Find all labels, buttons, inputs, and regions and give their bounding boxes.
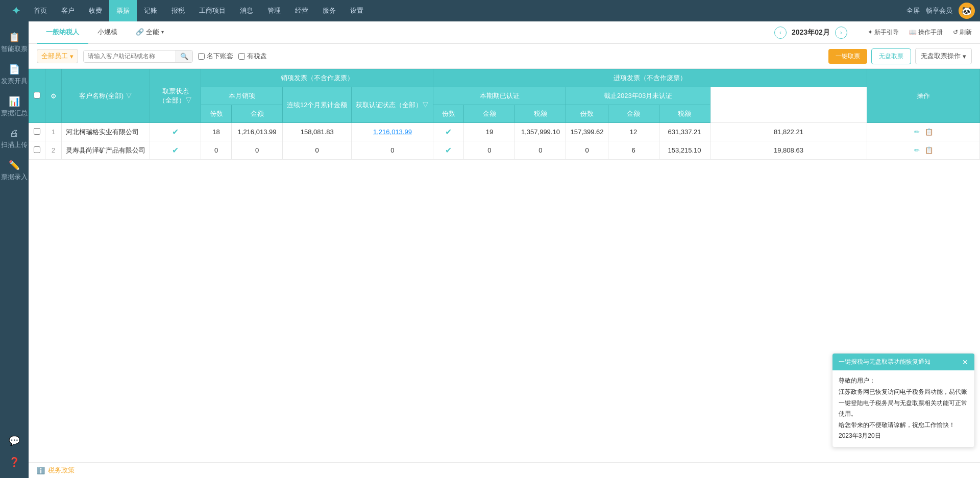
period-next-btn[interactable]: ›: [835, 27, 847, 39]
checkbox-account-input[interactable]: [198, 53, 205, 60]
nav-operate[interactable]: 经营: [288, 0, 315, 21]
nav-fee[interactable]: 收费: [82, 0, 109, 21]
sidebar-item-scan-upload[interactable]: 🖨 扫描上传: [0, 123, 29, 155]
nav-customer[interactable]: 客户: [54, 0, 82, 21]
app-logo: ✦: [5, 0, 27, 21]
row-fetch-status: ✔: [150, 123, 201, 141]
notification-close-btn[interactable]: ✕: [962, 358, 968, 366]
invoice-summary-icon: 📊: [9, 96, 20, 107]
employee-select[interactable]: 全部员工 ▾: [37, 49, 78, 63]
toolbar: 全部员工 ▾ 🔍 名下账套 有税盘 一键取票 无盘取票 无盘取票操作 ▾: [29, 44, 980, 69]
help-icon: ❓: [9, 457, 20, 468]
period-text: 2023年02月: [792, 28, 830, 37]
row-sales-amount: 0: [232, 141, 283, 160]
row-uncert-amount: 631,337.21: [659, 123, 710, 141]
checkbox-tax-disk[interactable]: 有税盘: [238, 52, 267, 61]
user-avatar[interactable]: 🐼: [959, 3, 975, 19]
search-box: 🔍: [83, 50, 193, 63]
nav-invoice[interactable]: 票据: [109, 0, 137, 21]
sidebar-item-invoice-entry[interactable]: ✏️ 票据录入: [0, 155, 29, 187]
row-checkbox[interactable]: [29, 141, 45, 160]
col-period-cert: 本期期已认证: [433, 87, 566, 105]
row-actions: ✏ 📋: [867, 141, 980, 160]
row-customer-name: 河北柯瑞格实业有限公司: [62, 123, 150, 141]
sidebar-label-invoice-entry: 票据录入: [1, 172, 28, 182]
table-row: 2灵寿县尚泽矿产品有限公司✔0000✔0006153,215.1019,808.…: [29, 141, 980, 160]
period-prev-btn[interactable]: ‹: [774, 27, 787, 39]
sidebar-item-help[interactable]: ❓: [0, 451, 29, 473]
checkbox-tax-disk-input[interactable]: [238, 53, 245, 60]
sidebar-item-smart-fetch[interactable]: 📋 智能取票: [0, 27, 29, 59]
search-input[interactable]: [84, 51, 176, 62]
nav-bookkeeping[interactable]: 记账: [137, 0, 164, 21]
row-cert-tax: 0: [566, 141, 608, 160]
dropdown-arrow-icon: ▾: [963, 53, 966, 60]
col-uncert-count: 份数: [566, 105, 608, 123]
edit-icon[interactable]: ✏: [914, 146, 920, 154]
footer: ℹ️ 税务政策: [29, 462, 980, 478]
col-operation: 操作: [867, 69, 980, 123]
col-customer-name: 客户名称(全部) ▽: [62, 69, 150, 123]
fullscreen-btn[interactable]: 全屏: [906, 6, 920, 15]
view-icon[interactable]: 📋: [925, 128, 933, 136]
col-cert-tax: 税额: [515, 105, 566, 123]
nav-business[interactable]: 工商项目: [192, 0, 233, 21]
col-sales-amount: 金额: [232, 105, 283, 123]
scan-upload-icon: 🖨: [10, 128, 19, 139]
row-checkbox[interactable]: [29, 123, 45, 141]
row-cert-tax: 157,399.62: [566, 123, 608, 141]
row-num: 1: [45, 123, 62, 141]
nav-service[interactable]: 服务: [315, 0, 343, 21]
cert-status-icon: ✔: [445, 128, 452, 136]
row-sales-count: 0: [201, 141, 232, 160]
footer-tax-policy[interactable]: 税务政策: [48, 466, 75, 475]
row-uncert-count: 12: [608, 123, 659, 141]
no-disk-ops-btn[interactable]: 无盘取票操作 ▾: [915, 48, 972, 64]
nav-settings[interactable]: 设置: [343, 0, 371, 21]
notification-header: 一键报税与无盘取票功能恢复通知 ✕: [832, 354, 974, 370]
sidebar-label-invoice-summary: 票据汇总: [1, 109, 28, 118]
col-cumulative: 连续12个月累计金额: [283, 87, 352, 123]
manual-btn[interactable]: 📖 操作手册: [909, 29, 943, 36]
row-cumulative[interactable]: 1,216,013.99: [352, 123, 433, 141]
fetch-status-icon: ✔: [172, 128, 179, 136]
row-uncert-count: 6: [608, 141, 659, 160]
new-guide-btn[interactable]: ✦ 新手引导: [868, 29, 899, 36]
tab-small-scale[interactable]: 小规模: [88, 21, 127, 44]
sidebar: 📋 智能取票 📄 发票开具 📊 票据汇总 🖨 扫描上传 ✏️ 票据录入 💬 ❓: [0, 21, 29, 478]
edit-icon[interactable]: ✏: [914, 128, 920, 136]
employee-select-arrow: ▾: [70, 53, 74, 60]
one-key-fetch-btn[interactable]: 一键取票: [828, 49, 867, 64]
sidebar-item-invoice-open[interactable]: 📄 发票开具: [0, 59, 29, 91]
nav-right: 全屏 畅享会员 🐼: [906, 3, 975, 19]
checkbox-account[interactable]: 名下账套: [198, 52, 233, 61]
sidebar-label-smart-fetch: 智能取票: [1, 44, 28, 54]
col-cert-count: 份数: [433, 105, 464, 123]
search-button[interactable]: 🔍: [176, 51, 192, 62]
sidebar-item-chat[interactable]: 💬: [0, 430, 29, 451]
nav-home[interactable]: 首页: [27, 0, 54, 21]
nav-tax[interactable]: 报税: [164, 0, 192, 21]
tab-all[interactable]: 🔗全能 ▾: [127, 21, 173, 44]
notification-popup: 一键报税与无盘取票功能恢复通知 ✕ 尊敬的用户：江苏政务网已恢复访问电子税务局功…: [832, 353, 975, 447]
col-purchase-invoice-group: 进项发票（不含作废票）: [433, 69, 867, 87]
refresh-btn[interactable]: ↺ 刷新: [953, 29, 972, 36]
nav-manage[interactable]: 管理: [260, 0, 288, 21]
sidebar-item-invoice-summary[interactable]: 📊 票据汇总: [0, 91, 29, 123]
row-cert-status: ✔: [433, 123, 464, 141]
row-uncert-tax: 81,822.21: [710, 123, 867, 141]
link-icon: 🔗: [136, 28, 144, 36]
row-cert-count: 0: [464, 141, 515, 160]
top-nav: ✦ 首页 客户 收费 票据 记账 报税 工商项目 消息 管理 经营 服务 设置 …: [0, 0, 980, 21]
no-disk-fetch-btn[interactable]: 无盘取票: [871, 48, 911, 64]
main-table: ⚙ 客户名称(全部) ▽ 取票状态（全部）▽ 销项发票（不含作废票） 进项发票（…: [29, 69, 980, 160]
nav-message[interactable]: 消息: [233, 0, 260, 21]
invoice-open-icon: 📄: [9, 64, 20, 75]
view-icon[interactable]: 📋: [925, 146, 933, 154]
tab-general-taxpayer[interactable]: 一般纳税人: [37, 21, 88, 44]
select-all-checkbox[interactable]: [34, 92, 40, 98]
tab-bar: 一般纳税人 小规模 🔗全能 ▾ ‹ 2023年02月 › ✦ 新手引导 📖 操作…: [29, 21, 980, 44]
col-uncert-amount: 金额: [608, 105, 659, 123]
member-btn[interactable]: 畅享会员: [926, 6, 952, 15]
col-settings: ⚙: [45, 69, 62, 123]
